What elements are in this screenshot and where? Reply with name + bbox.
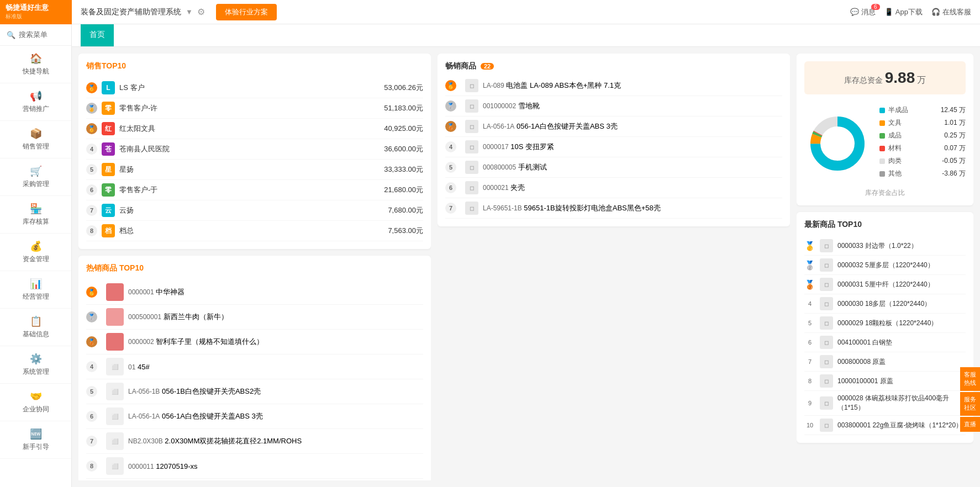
- app-download-btn[interactable]: 📱 App下载: [884, 7, 923, 17]
- float-btn-service[interactable]: 客服热线: [960, 367, 980, 391]
- trial-btn[interactable]: 体验行业方案: [216, 4, 277, 20]
- product-thumb: ⬜: [106, 432, 124, 450]
- sell-products-list: 🥇 ◻ LA-089 电池盖 LA-089 ABS本色+黑种 7.1克 🥈 ◻ …: [445, 76, 782, 219]
- product-code: LA-056-1A: [128, 412, 160, 420]
- sidebar-item-system[interactable]: ⚙️ 系统管理: [0, 346, 71, 384]
- main-left-col: 销售TOP10 🏅 L LS 客户 53,006.26元 🏅 零 零售客户-许 …: [78, 54, 431, 480]
- customer-row: 5 星 星扬 33,333.00元: [86, 160, 423, 180]
- product-info: 000500001 新西兰牛肉（新牛）: [128, 312, 423, 322]
- sell-product-row: 🥈 ◻ 001000002 雪地靴: [445, 96, 782, 117]
- legend-value: -0.05 万: [942, 156, 966, 166]
- product-name: 056-1B白色按键开关壳ABS2壳: [162, 387, 261, 395]
- product-info: LA-056-1A 056-1A白色按键开关盖ABS 3壳: [128, 411, 423, 421]
- ops-icon: 📊: [30, 278, 42, 290]
- customer-row: 6 零 零售客户-于 21,680.00元: [86, 180, 423, 200]
- sidebar-item-base[interactable]: 📋 基础信息: [0, 309, 71, 346]
- hot-product-row: 4 ⬜ 01 45#: [86, 354, 423, 379]
- service-btn[interactable]: 🎧 在线客服: [931, 7, 971, 17]
- tab-home[interactable]: 首页: [81, 24, 114, 46]
- sidebar-item-inventory[interactable]: 🏪 库存核算: [0, 196, 71, 234]
- content-area: 首页 销售TOP10 🏅 L LS 客户 53,006.26元 🏅 零 零售客户…: [72, 24, 980, 487]
- product-icon: ◻: [820, 396, 833, 410]
- product-icon: ◻: [820, 419, 833, 432]
- rank-icon: 🥈: [445, 100, 456, 112]
- main-two-col: 销售TOP10 🏅 L LS 客户 53,006.26元 🏅 零 零售客户-许 …: [78, 54, 790, 480]
- rank-badge: 🏅: [86, 82, 97, 93]
- legend-item: 成品 0.25 万: [879, 131, 966, 140]
- product-name: 智利车子里（规格不知道填什么）: [156, 337, 264, 346]
- customer-name: LS 客户: [119, 83, 384, 93]
- donut-subtitle: 库存资金占比: [804, 188, 966, 198]
- sidebar-item-quicknav[interactable]: 🏠 快捷导航: [0, 46, 71, 83]
- sell-product-row: 7 ◻ LA-59651-1B 59651-1B旋转投影灯电池盒ABS黑色+58…: [445, 198, 782, 219]
- dropdown-icon[interactable]: ▼: [186, 8, 193, 16]
- settings-icon[interactable]: ⚙: [197, 7, 205, 17]
- sidebar-item-finance[interactable]: 💰 资金管理: [0, 234, 71, 271]
- inventory-value: 9.88: [885, 69, 915, 86]
- sidebar-label-quicknav: 快捷导航: [23, 67, 49, 76]
- rank-badge: 🏅: [86, 123, 97, 134]
- rank-num: 7: [445, 203, 456, 214]
- product-name: 12070519-xs: [156, 462, 197, 470]
- customer-amount: 36,600.00元: [384, 144, 423, 154]
- float-btn-live[interactable]: 直播: [960, 417, 980, 432]
- product-name: 056-1A白色按键开关盖ABS 3壳: [517, 122, 618, 130]
- product-name: 056-1A白色按键开关盖ABS 3壳: [162, 412, 263, 420]
- sidebar-label-base: 基础信息: [23, 330, 49, 339]
- float-buttons: 客服热线 服务社区 直播: [960, 367, 980, 432]
- app-label: App下载: [895, 7, 923, 17]
- customer-amount: 21,680.00元: [384, 185, 423, 195]
- topbar-right: 💬 消息 6 📱 App下载 🎧 在线客服: [850, 7, 971, 17]
- sidebar-item-ops[interactable]: 📊 经营管理: [0, 271, 71, 309]
- product-icon: ◻: [465, 140, 478, 153]
- legend-value: 1.01 万: [944, 118, 966, 128]
- customer-name: 云扬: [119, 205, 388, 215]
- sidebar-item-purchase[interactable]: 🛒 采购管理: [0, 158, 71, 196]
- rank-icon: 🥇: [445, 80, 456, 91]
- product-code: LA-59651-1B: [483, 204, 522, 212]
- product-icon: ◻: [820, 239, 833, 252]
- customer-row: 7 云 云扬 7,680.00元: [86, 200, 423, 221]
- rank-num: 6: [445, 182, 456, 193]
- customer-amount: 7,680.00元: [388, 205, 423, 215]
- rank-icon: 🥈: [86, 311, 97, 322]
- topbar: 畅捷通好生意 标准版 装备及固定资产辅助管理系统 ▼ ⚙ 体验行业方案 💬 消息…: [0, 0, 980, 24]
- product-info: 004100001 白钢垫: [837, 338, 966, 347]
- product-icon: ◻: [820, 297, 833, 310]
- finance-icon: 💰: [30, 240, 42, 252]
- rank-num: 10: [804, 420, 815, 431]
- product-name: 10S 变扭罗紧: [510, 142, 554, 151]
- donut-chart: [804, 110, 871, 177]
- collab-icon: 🤝: [30, 390, 42, 403]
- sidebar-item-marketing[interactable]: 📢 营销推广: [0, 83, 71, 121]
- search-menu[interactable]: 🔍 搜索菜单: [0, 24, 71, 46]
- nav-tab-bar: 首页: [72, 24, 980, 47]
- sidebar-item-sales[interactable]: 📦 销售管理: [0, 121, 71, 158]
- sidebar-item-collab[interactable]: 🤝 企业协同: [0, 384, 71, 421]
- product-code: 000800005: [483, 163, 516, 171]
- hot-product-row: 7 ⬜ NB2.0X30B 2.0X30MM双搓花轴搓花直径2.1MM/ROHS: [86, 429, 423, 454]
- product-info: 000800008 原盖: [837, 357, 966, 367]
- inventory-label: 库存总资金: [844, 76, 883, 84]
- system-title: 装备及固定资产辅助管理系统: [81, 7, 181, 17]
- sidebar-label-guide: 新手引导: [23, 442, 49, 452]
- product-code: 0000001: [128, 288, 154, 296]
- top-customers-card: 销售TOP10 🏅 L LS 客户 53,006.26元 🏅 零 零售客户-许 …: [78, 54, 431, 249]
- rank-num: 4: [86, 361, 97, 372]
- rank-num: 4: [804, 298, 815, 309]
- top-customers-title: 销售TOP10: [86, 61, 423, 71]
- customer-amount: 53,006.26元: [384, 83, 423, 93]
- sidebar-item-guide[interactable]: 🆕 新手引导: [0, 421, 71, 459]
- rank-icon: 🥇: [86, 287, 97, 298]
- product-icon: ◻: [820, 355, 833, 368]
- sell-product-row: 🥇 ◻ LA-089 电池盖 LA-089 ABS本色+黑种 7.1克: [445, 76, 782, 96]
- rank-num: 6: [86, 411, 97, 422]
- product-info: NB2.0X30B 2.0X30MM双搓花轴搓花直径2.1MM/ROHS: [128, 436, 423, 446]
- message-btn[interactable]: 💬 消息 6: [850, 7, 876, 17]
- legend-value: 0.25 万: [944, 131, 966, 140]
- product-name: 夹壳: [510, 183, 525, 192]
- customer-amount: 33,333.00元: [384, 165, 423, 174]
- product-info: 0000028 体碗荔枝味苏打饮品400毫升（1*15）: [837, 394, 966, 412]
- search-label: 搜索菜单: [19, 30, 48, 40]
- float-btn-community[interactable]: 服务社区: [960, 392, 980, 416]
